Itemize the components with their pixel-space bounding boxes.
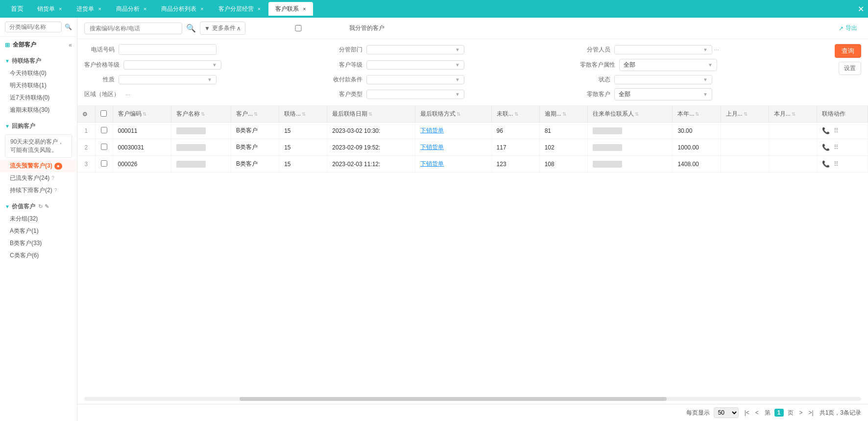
export-button[interactable]: ↗ 导出 <box>835 22 861 34</box>
action-phone-icon-3[interactable]: 📞 <box>822 160 830 168</box>
filter-select-scatter-attr[interactable]: 全部 ▼ <box>619 59 717 71</box>
row-select-2[interactable] <box>101 144 107 150</box>
filter-select-dept[interactable]: ▼ <box>366 45 464 54</box>
sidebar-collapse-icon[interactable]: « <box>69 42 72 49</box>
row-last-method-1[interactable]: 下销货单 <box>415 123 491 139</box>
row-last-method-3[interactable]: 下销货单 <box>415 156 491 173</box>
th-settings[interactable]: ⚙ <box>77 106 95 123</box>
th-unlisted[interactable]: 未联...⇅ <box>491 106 539 123</box>
filter-select-status[interactable]: ▼ <box>614 75 712 84</box>
row-checkbox-2[interactable] <box>95 139 113 156</box>
filter-select-price-tier[interactable]: ▼ <box>123 60 221 70</box>
my-customers-checkbox-label[interactable]: 我分管的客户 <box>249 24 385 32</box>
total-info: 共1页，3条记录 <box>820 409 861 417</box>
chevron-icon: ∧ <box>237 25 241 32</box>
row-checkbox-1[interactable] <box>95 123 113 139</box>
th-checkbox[interactable] <box>95 106 113 123</box>
sidebar-item-churn-warning[interactable]: 流失预警客户(3) ● <box>0 160 77 172</box>
close-tab-customer-contact[interactable]: × <box>303 6 306 12</box>
per-page-select[interactable]: 50 100 200 <box>714 407 739 418</box>
filter-dots-person[interactable]: ··· <box>714 46 719 53</box>
my-customers-checkbox[interactable] <box>249 25 347 31</box>
sidebar-item-overdue-pending[interactable]: 逾期未联络(30) <box>0 104 77 116</box>
filter-select-person[interactable]: ▼ <box>614 45 712 54</box>
sidebar-item-ungrouped[interactable]: 未分组(32) <box>0 213 77 225</box>
tab-purchase[interactable]: 进货单 × <box>70 2 108 16</box>
tab-customer-tier[interactable]: 客户分层经营 × <box>212 2 267 16</box>
th-last-contact-method[interactable]: 最后联络方式⇅ <box>415 106 491 123</box>
sidebar-all-customers[interactable]: ⊞ 全部客户 « <box>0 37 77 53</box>
horizontal-scrollbar[interactable] <box>84 397 861 401</box>
tab-home[interactable]: 首页 <box>4 2 30 16</box>
sidebar-search-icon[interactable]: 🔍 <box>65 24 72 30</box>
action-more-icon-1[interactable]: ⠿ <box>834 127 839 134</box>
prev-page-btn[interactable]: < <box>753 408 761 417</box>
row-last-method-2[interactable]: 下销货单 <box>415 139 491 156</box>
sidebar-item-7days-pending[interactable]: 近7天待联络(0) <box>0 92 77 104</box>
sidebar-search-row: 🔍 <box>0 18 77 37</box>
filter-select-scatter[interactable]: 全部 ▼ <box>614 88 712 100</box>
scrollbar-thumb[interactable] <box>240 397 667 401</box>
th-this-year[interactable]: 本年...⇅ <box>673 106 721 123</box>
sidebar-item-already-churned[interactable]: 已流失客户(24) ? <box>0 172 77 184</box>
row-contact-count-2: 15 <box>279 139 327 156</box>
action-more-icon-2[interactable]: ⠿ <box>834 144 839 151</box>
search-button[interactable]: 🔍 <box>186 24 196 33</box>
filter-settings-button[interactable]: 设置 <box>839 62 861 75</box>
row-select-3[interactable] <box>101 160 107 167</box>
sidebar-item-today-pending[interactable]: 今天待联络(0) <box>0 67 77 79</box>
sort-icon-type: ⇅ <box>254 111 258 117</box>
first-page-btn[interactable]: |< <box>743 408 751 417</box>
sidebar-item-class-b[interactable]: B类客户(33) <box>0 237 77 249</box>
sidebar-item-tomorrow-pending[interactable]: 明天待联络(1) <box>0 79 77 92</box>
row-checkbox-3[interactable] <box>95 156 113 173</box>
search-input[interactable] <box>84 23 182 34</box>
sidebar-item-class-c[interactable]: C类客户(6) <box>0 249 77 262</box>
action-more-icon-3[interactable]: ⠿ <box>834 160 839 168</box>
filter-row-4: 区域（地区） ··· 客户类型 ▼ 零散客户 <box>84 86 828 102</box>
chevron-down-scatter-attr: ▼ <box>708 62 713 68</box>
th-customer-type[interactable]: 客户...⇅ <box>231 106 279 123</box>
sidebar-group-repurchase-title[interactable]: ▼ 回购客户 <box>0 120 77 132</box>
tab-product-analysis[interactable]: 商品分析 × <box>109 2 153 16</box>
close-tab-product-list[interactable]: × <box>200 6 203 12</box>
row-actions-1: 📞 ⠿ <box>817 123 868 139</box>
sidebar-item-declining[interactable]: 持续下滑客户(2) ? <box>0 184 77 197</box>
th-name[interactable]: 客户名称⇅ <box>171 106 231 123</box>
th-this-month[interactable]: 本月...⇅ <box>769 106 817 123</box>
filter-select-customer-tier[interactable]: ▼ <box>366 60 464 70</box>
sidebar-item-class-a[interactable]: A类客户(1) <box>0 225 77 237</box>
refresh-icon-value[interactable]: ↻ <box>38 203 43 210</box>
close-tab-sales[interactable]: × <box>59 6 62 12</box>
app-close-button[interactable]: ✕ <box>858 4 864 14</box>
close-tab-customer-tier[interactable]: × <box>258 6 261 12</box>
close-tab-purchase[interactable]: × <box>98 6 101 12</box>
edit-icon-value[interactable]: ✎ <box>45 203 49 210</box>
query-button[interactable]: 查询 <box>835 44 861 58</box>
th-code[interactable]: 客户编码⇅ <box>113 106 171 123</box>
last-page-btn[interactable]: >| <box>807 408 816 417</box>
th-last-contact-date[interactable]: 最后联络日期⇅ <box>327 106 415 123</box>
th-last-month[interactable]: 上月...⇅ <box>721 106 769 123</box>
th-overdue[interactable]: 逾期...⇅ <box>539 106 587 123</box>
action-phone-icon-2[interactable]: 📞 <box>822 144 830 151</box>
row-select-1[interactable] <box>101 127 107 133</box>
sidebar-search-input[interactable] <box>5 22 62 32</box>
sidebar-group-value-title[interactable]: ▼ 价值客户 ↻ ✎ <box>0 200 77 213</box>
th-contact-count[interactable]: 联络...⇅ <box>279 106 327 123</box>
filter-dots-region[interactable]: ··· <box>125 91 130 98</box>
select-all-checkbox[interactable] <box>100 110 107 117</box>
sidebar-group-pending-title[interactable]: ▼ 待联络客户 <box>0 55 77 67</box>
close-tab-product-analysis[interactable]: × <box>144 6 146 12</box>
filter-select-nature[interactable]: ▼ <box>119 75 217 84</box>
more-conditions-button[interactable]: ▼ 更多条件 ∧ <box>200 22 245 35</box>
filter-input-phone[interactable] <box>119 44 217 55</box>
filter-select-type[interactable]: ▼ <box>366 90 464 99</box>
tab-customer-contact[interactable]: 客户联系 × <box>268 2 313 16</box>
tab-sales[interactable]: 销货单 × <box>30 2 69 16</box>
tab-product-list[interactable]: 商品分析列表 × <box>154 2 210 16</box>
filter-select-payment[interactable]: ▼ <box>366 75 464 84</box>
next-page-btn[interactable]: > <box>797 408 805 417</box>
th-contacts[interactable]: 往来单位联系人⇅ <box>587 106 673 123</box>
action-phone-icon-1[interactable]: 📞 <box>822 127 830 134</box>
